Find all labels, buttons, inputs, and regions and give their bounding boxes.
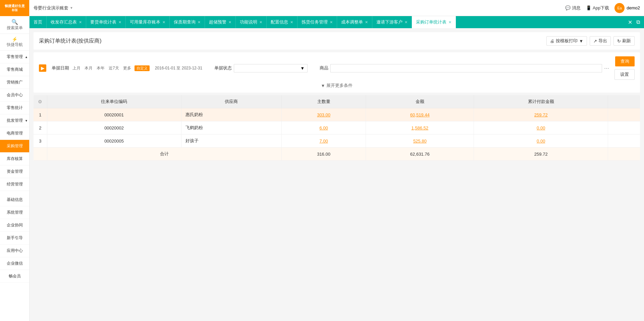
table-row: 3 00020005 好孩子 7.00 525.80 0.00 bbox=[34, 135, 640, 148]
filter-right-actions: 查询 设置 bbox=[614, 56, 635, 80]
tab-purchase-stats[interactable]: 要货单统计表 ✕ bbox=[86, 16, 126, 28]
tab-purchase-order-stats[interactable]: 采购订单统计表 ✕ bbox=[412, 16, 456, 28]
workspace-dropdown-icon: ▼ bbox=[70, 6, 73, 10]
tab-close-available-inventory[interactable]: ✕ bbox=[162, 20, 165, 24]
export-button[interactable]: ↗ 导出 bbox=[590, 36, 611, 46]
workspace-selector[interactable]: 母婴行业演示账套 ▼ bbox=[34, 5, 73, 11]
date-shortcut-7days[interactable]: 近7天 bbox=[107, 65, 120, 71]
sidebar-item-marketing[interactable]: 营销推广 bbox=[0, 76, 29, 89]
tab-receive-summary[interactable]: 收发存汇总表 ✕ bbox=[47, 16, 86, 28]
tab-cost-adjust[interactable]: 成本调整单 ✕ bbox=[337, 16, 372, 28]
tab-close-function-desc[interactable]: ✕ bbox=[259, 20, 262, 24]
row-extra bbox=[608, 121, 640, 135]
sidebar-item-basic-info[interactable]: 基础信息 bbox=[0, 194, 29, 206]
goods-filter-input[interactable] bbox=[330, 64, 602, 72]
row-amount[interactable]: 525.80 bbox=[366, 135, 474, 148]
tab-close-cost-adjust[interactable]: ✕ bbox=[365, 20, 368, 24]
tab-close-receive-summary[interactable]: ✕ bbox=[79, 20, 82, 24]
expand-filter-button[interactable]: ▼ 展开更多条件 bbox=[321, 83, 353, 89]
row-seq: 2 bbox=[34, 121, 47, 135]
date-shortcut-this-month[interactable]: 本月 bbox=[83, 65, 94, 71]
tab-available-inventory[interactable]: 可用量库存账本 ✕ bbox=[126, 16, 170, 28]
sidebar-item-new-guide[interactable]: 新手引导 bbox=[0, 232, 29, 245]
tab-home[interactable]: 首页 bbox=[30, 16, 47, 28]
sidebar-item-retail[interactable]: 零售管理 ▲ bbox=[0, 51, 29, 63]
page-content: 采购订单统计表(按供应商) 🖨 按模板打印 ▼ ↗ 导出 ↻ 刷新 bbox=[30, 28, 644, 321]
status-filter-label: 单据状态 bbox=[214, 65, 232, 71]
sidebar-item-ecommerce[interactable]: 电商管理 bbox=[0, 127, 29, 140]
page-actions: 🖨 按模板打印 ▼ ↗ 导出 ↻ 刷新 bbox=[546, 36, 635, 46]
sidebar-item-member2[interactable]: 畅会员 bbox=[0, 270, 29, 283]
sidebar-item-member[interactable]: 会员中心 bbox=[0, 89, 29, 102]
sidebar-item-wholesale[interactable]: 批发管理 ▼ bbox=[0, 114, 29, 127]
filter-toggle-button[interactable]: ▶ bbox=[39, 64, 46, 72]
row-amount[interactable]: 1,586.52 bbox=[366, 121, 474, 135]
tabs-bar: 首页 收发存汇总表 ✕ 要货单统计表 ✕ 可用量库存账本 ✕ 保质期查询 ✕ 超… bbox=[30, 16, 644, 28]
tab-warranty-query[interactable]: 保质期查询 ✕ bbox=[170, 16, 205, 28]
tab-close-config-info[interactable]: ✕ bbox=[290, 20, 293, 24]
table-row: 2 00020002 飞鹤奶粉 6.00 1,586.52 0.00 bbox=[34, 121, 640, 135]
date-shortcut-more[interactable]: 更多 bbox=[122, 65, 132, 71]
sidebar-item-retail-stats[interactable]: 零售统计 bbox=[0, 102, 29, 114]
column-settings-icon[interactable]: ⚙ bbox=[38, 99, 42, 104]
restore-tabs-button[interactable]: ⧉ bbox=[635, 18, 641, 26]
sidebar-item-retail-mall[interactable]: 零售商城 bbox=[0, 63, 29, 76]
row-paid[interactable]: 259.72 bbox=[474, 108, 608, 121]
sidebar-item-system[interactable]: 系统管理 bbox=[0, 206, 29, 219]
expand-icon: ▲ bbox=[25, 55, 28, 59]
tab-close-pick-task[interactable]: ✕ bbox=[330, 20, 333, 24]
sidebar-logo: 畅捷通好生意 标版 bbox=[0, 0, 29, 16]
user-menu[interactable]: Ea demo2 bbox=[614, 3, 640, 13]
message-label: 消息 bbox=[572, 5, 581, 11]
close-all-tabs-button[interactable]: ✕ bbox=[627, 18, 634, 26]
row-extra bbox=[608, 108, 640, 121]
row-supplier: 惠氏奶粉 bbox=[181, 108, 281, 121]
row-qty[interactable]: 303.00 bbox=[281, 108, 366, 121]
row-paid[interactable]: 0.00 bbox=[474, 121, 608, 135]
sidebar-item-enterprise[interactable]: 企业协同 bbox=[0, 219, 29, 232]
tab-pick-task[interactable]: 拣货任务管理 ✕ bbox=[298, 16, 337, 28]
goods-filter-more-icon[interactable]: ··· bbox=[604, 65, 609, 72]
sidebar-item-operations[interactable]: 经营管理 bbox=[0, 178, 29, 191]
total-row: 合计 316.00 62,631.76 259.72 bbox=[34, 148, 640, 161]
sidebar-item-retail-label: 零售管理 bbox=[7, 54, 23, 59]
tab-function-desc[interactable]: 功能说明 ✕ bbox=[236, 16, 267, 28]
refresh-button[interactable]: ↻ 刷新 bbox=[613, 36, 635, 46]
settings-button[interactable]: 设置 bbox=[614, 69, 635, 80]
sidebar-search[interactable]: 🔍 搜索菜单 bbox=[0, 16, 29, 34]
page-header: 采购订单统计表(按供应商) 🖨 按模板打印 ▼ ↗ 导出 ↻ 刷新 bbox=[34, 32, 640, 50]
tab-config-info[interactable]: 配置信息 ✕ bbox=[267, 16, 298, 28]
col-settings-header: ⚙ bbox=[34, 95, 47, 108]
message-button[interactable]: 💬 消息 bbox=[565, 5, 581, 11]
tab-invite-downstream[interactable]: 邀请下游客户 ✕ bbox=[372, 16, 412, 28]
tab-close-purchase-stats[interactable]: ✕ bbox=[118, 20, 121, 24]
status-select[interactable]: ▼ bbox=[234, 64, 308, 72]
tab-overstock-alert[interactable]: 超储预警 ✕ bbox=[205, 16, 236, 28]
workspace-name: 母婴行业演示账套 bbox=[34, 5, 68, 11]
logo-text: 畅捷通好生意 标版 bbox=[5, 4, 25, 12]
tab-close-warranty-query[interactable]: ✕ bbox=[198, 20, 201, 24]
message-icon: 💬 bbox=[565, 5, 571, 10]
tab-close-invite-downstream[interactable]: ✕ bbox=[405, 20, 408, 24]
date-shortcut-this-year[interactable]: 本年 bbox=[95, 65, 106, 71]
row-qty[interactable]: 7.00 bbox=[281, 135, 366, 148]
tab-close-overstock-alert[interactable]: ✕ bbox=[228, 20, 231, 24]
app-download-button[interactable]: 📱 App下载 bbox=[586, 5, 609, 11]
tab-close-purchase-order-stats[interactable]: ✕ bbox=[448, 20, 451, 24]
app-icon: 📱 bbox=[586, 5, 591, 10]
row-paid[interactable]: 0.00 bbox=[474, 135, 608, 148]
row-amount[interactable]: 60,519.44 bbox=[366, 108, 474, 121]
topbar: 母婴行业演示账套 ▼ 💬 消息 📱 App下载 Ea demo2 bbox=[30, 0, 644, 16]
sidebar-item-finance[interactable]: 资金管理 bbox=[0, 165, 29, 178]
sidebar-quick-nav[interactable]: ⚡ 快捷导航 bbox=[0, 34, 29, 51]
total-extra bbox=[608, 148, 640, 161]
date-custom-tag[interactable]: 自定义 bbox=[135, 65, 150, 71]
sidebar-item-enterprise-wechat[interactable]: 企业微信 bbox=[0, 257, 29, 270]
date-shortcut-last-month[interactable]: 上月 bbox=[71, 65, 82, 71]
sidebar-item-purchase[interactable]: 采购管理 bbox=[0, 140, 29, 153]
row-qty[interactable]: 6.00 bbox=[281, 121, 366, 135]
query-button[interactable]: 查询 bbox=[615, 56, 635, 66]
template-print-button[interactable]: 🖨 按模板打印 ▼ bbox=[546, 36, 587, 46]
sidebar-item-inventory[interactable]: 库存核算 bbox=[0, 153, 29, 165]
sidebar-item-app-center[interactable]: 应用中心 bbox=[0, 245, 29, 257]
